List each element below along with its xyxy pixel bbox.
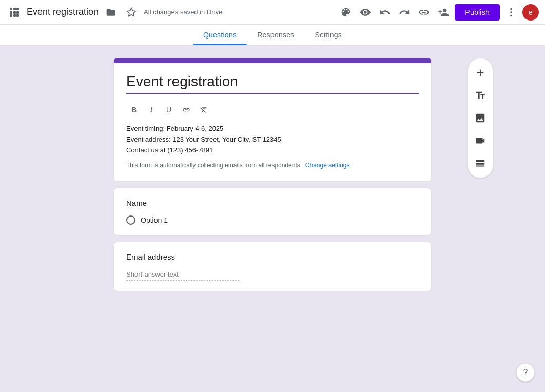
email-question-card: Email address <box>113 242 432 291</box>
saved-status: All changes saved in Drive <box>144 8 222 16</box>
svg-rect-4 <box>13 11 16 14</box>
name-question-card: Name Option 1 <box>113 188 432 236</box>
svg-rect-6 <box>10 14 12 17</box>
form-description: Event timing: February 4-6, 2025 Event a… <box>126 124 419 155</box>
svg-point-10 <box>510 8 512 10</box>
header-left: Event registration All changes saved in … <box>6 4 334 21</box>
add-video-button[interactable] <box>470 130 491 151</box>
main-content: B I U Event timi <box>0 46 545 304</box>
tab-responses[interactable]: Responses <box>247 25 304 45</box>
name-question-label: Name <box>126 199 419 207</box>
underline-button[interactable]: U <box>161 102 177 117</box>
svg-rect-3 <box>10 11 12 14</box>
apps-icon[interactable] <box>6 4 23 21</box>
form-title-input[interactable] <box>126 73 419 94</box>
short-answer-input[interactable] <box>126 270 239 281</box>
name-option-1: Option 1 <box>126 215 419 225</box>
svg-rect-2 <box>16 8 19 10</box>
formatting-toolbar: B I U <box>126 102 419 117</box>
svg-marker-9 <box>127 8 136 16</box>
link-format-button[interactable] <box>179 102 194 117</box>
svg-rect-0 <box>10 8 12 10</box>
email-notice: This form is automatically collecting em… <box>126 162 419 169</box>
email-question-label: Email address <box>126 252 419 261</box>
header-right: Publish e <box>338 4 539 21</box>
folder-icon[interactable] <box>103 4 119 21</box>
svg-rect-5 <box>16 11 19 14</box>
svg-rect-7 <box>13 14 16 17</box>
more-options-icon[interactable] <box>503 4 519 21</box>
link-icon[interactable] <box>416 4 432 21</box>
svg-rect-1 <box>13 8 16 10</box>
undo-icon[interactable] <box>377 4 393 21</box>
svg-rect-8 <box>16 14 19 17</box>
form-header-card: B I U Event timi <box>113 58 432 182</box>
user-avatar[interactable]: e <box>522 4 539 21</box>
italic-button[interactable]: I <box>144 102 159 117</box>
svg-point-12 <box>510 14 512 16</box>
change-settings-link[interactable]: Change settings <box>305 162 350 169</box>
add-image-button[interactable] <box>470 108 491 128</box>
tab-settings[interactable]: Settings <box>305 25 353 45</box>
add-element-button[interactable] <box>470 63 491 83</box>
share-icon[interactable] <box>435 4 452 21</box>
publish-button[interactable]: Publish <box>455 4 500 21</box>
form-area: B I U Event timi <box>113 58 432 291</box>
form-title-header: Event registration <box>27 7 99 17</box>
bold-button[interactable]: B <box>126 102 142 117</box>
radio-circle <box>126 215 135 225</box>
tab-questions[interactable]: Questions <box>193 25 247 45</box>
clear-format-button[interactable] <box>196 102 211 117</box>
add-title-button[interactable] <box>470 85 491 106</box>
star-icon[interactable] <box>123 4 140 21</box>
help-button[interactable]: ? <box>516 363 535 382</box>
redo-icon[interactable] <box>396 4 413 21</box>
palette-icon[interactable] <box>338 4 354 21</box>
right-sidebar <box>468 58 493 178</box>
app-header: Event registration All changes saved in … <box>0 0 545 25</box>
svg-point-11 <box>510 11 512 13</box>
tab-bar: Questions Responses Settings <box>0 25 545 46</box>
preview-icon[interactable] <box>357 4 374 21</box>
add-section-button[interactable] <box>470 153 491 173</box>
